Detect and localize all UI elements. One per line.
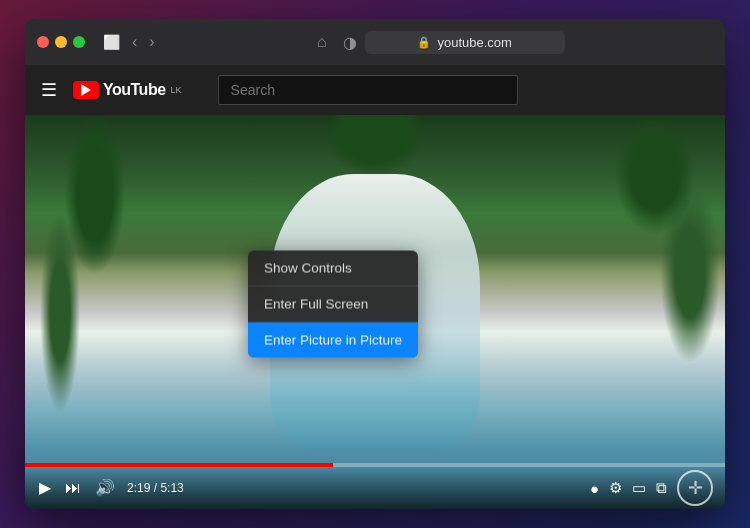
hamburger-menu-icon[interactable]: ☰	[41, 79, 57, 101]
address-bar[interactable]: 🔒 youtube.com	[365, 31, 565, 54]
page-content: ☰ YouTubeLK Show Controls Enter Full Scr…	[25, 65, 725, 509]
browser-controls: ⬜ ‹ ›	[103, 32, 159, 52]
volume-button[interactable]: 🔊	[93, 478, 117, 498]
youtube-logo[interactable]: YouTubeLK	[73, 81, 182, 99]
play-button[interactable]: ▶	[37, 478, 53, 498]
context-menu-enter-fullscreen[interactable]: Enter Full Screen	[248, 287, 418, 322]
close-button[interactable]	[37, 36, 49, 48]
toolbar-icons-left: ⌂ ◑	[317, 33, 357, 52]
minimize-button[interactable]	[55, 36, 67, 48]
context-menu-enter-pip[interactable]: Enter Picture in Picture	[248, 323, 418, 358]
title-bar: ⬜ ‹ › ⌂ ◑ 🔒 youtube.com	[25, 19, 725, 65]
shield-icon[interactable]: ◑	[343, 33, 357, 52]
context-menu-show-controls[interactable]: Show Controls	[248, 251, 418, 286]
maximize-button[interactable]	[73, 36, 85, 48]
sidebar-toggle-icon[interactable]: ⬜	[103, 34, 120, 50]
time-display: 2:19 / 5:13	[127, 481, 184, 495]
vr-compass-icon[interactable]: ✛	[677, 470, 713, 506]
youtube-play-icon	[73, 81, 99, 99]
nav-controls: ‹ ›	[128, 32, 159, 52]
video-container[interactable]: Show Controls Enter Full Screen Enter Pi…	[25, 115, 725, 509]
video-controls-bar: ▶ ⏭ 🔊 2:19 / 5:13 ● ⚙ ▭ ⧉ ✛	[25, 467, 725, 509]
search-input[interactable]	[218, 75, 518, 105]
address-bar-area: ⌂ ◑ 🔒 youtube.com	[169, 31, 713, 54]
forward-button[interactable]: ›	[145, 32, 158, 52]
theater-mode-icon[interactable]: ▭	[632, 479, 646, 497]
settings-icon[interactable]: ⚙	[609, 479, 622, 497]
pip-icon[interactable]: ⧉	[656, 479, 667, 497]
lock-icon: 🔒	[417, 36, 431, 49]
context-menu: Show Controls Enter Full Screen Enter Pi…	[248, 251, 418, 358]
time-separator: /	[150, 481, 160, 495]
right-controls: ● ⚙ ▭ ⧉ ✛	[590, 470, 713, 506]
browser-window: ⬜ ‹ › ⌂ ◑ 🔒 youtube.com ☰ YouTubeLK	[25, 19, 725, 509]
traffic-lights	[37, 36, 85, 48]
url-text: youtube.com	[437, 35, 511, 50]
youtube-lk-badge: LK	[171, 85, 182, 95]
youtube-header: ☰ YouTubeLK	[25, 65, 725, 115]
captions-icon[interactable]: ●	[590, 480, 599, 497]
youtube-wordmark: YouTube	[103, 81, 166, 99]
skip-button[interactable]: ⏭	[63, 478, 83, 498]
back-button[interactable]: ‹	[128, 32, 141, 52]
time-total: 5:13	[160, 481, 183, 495]
time-current: 2:19	[127, 481, 150, 495]
search-area	[218, 75, 518, 105]
home-icon[interactable]: ⌂	[317, 33, 327, 51]
